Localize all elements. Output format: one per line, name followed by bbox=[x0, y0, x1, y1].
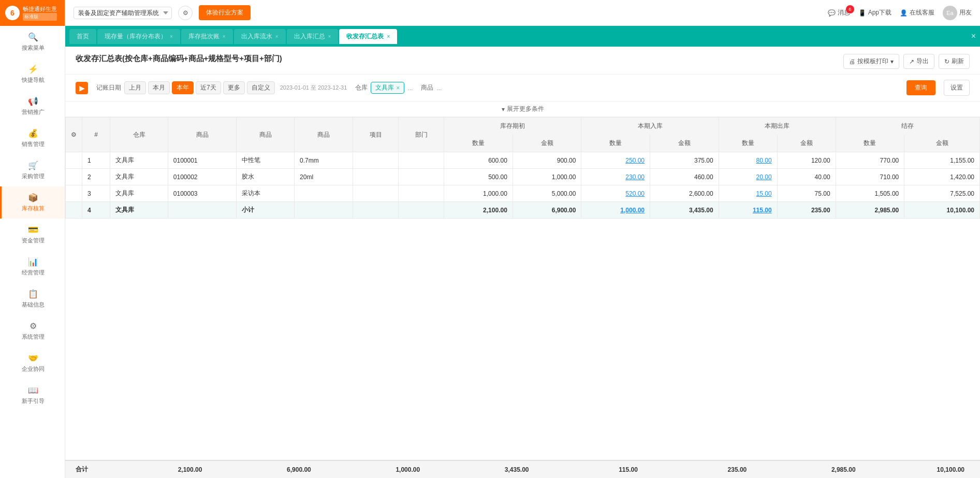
warehouse-tag-text: 文具库 bbox=[375, 83, 394, 92]
cell-project bbox=[353, 185, 399, 202]
avatar: Ea bbox=[943, 6, 957, 20]
tab-收发存汇总表[interactable]: 收发存汇总表× bbox=[339, 29, 397, 44]
experience-button[interactable]: 体验行业方案 bbox=[199, 5, 251, 20]
sidebar-item-资金管理[interactable]: 💳 资金管理 bbox=[0, 219, 65, 251]
col-bal-amt-header: 金额 bbox=[904, 135, 980, 152]
footer-in-amt: 3,435.00 bbox=[425, 466, 534, 473]
tab-出入库汇总[interactable]: 出入库汇总× bbox=[287, 29, 339, 44]
date-btn-上月[interactable]: 上月 bbox=[124, 81, 146, 94]
settings-icon[interactable]: ⚙ bbox=[178, 6, 193, 20]
logo-name: 畅捷通好生意 bbox=[23, 5, 57, 12]
cell-code: 0100002 bbox=[168, 169, 237, 185]
sidebar-icon: 📢 bbox=[28, 96, 38, 106]
date-btn-自定义[interactable]: 自定义 bbox=[247, 81, 275, 94]
warehouse-more-btn[interactable]: ... bbox=[407, 84, 413, 92]
date-btn-更多[interactable]: 更多 bbox=[223, 81, 245, 94]
cell-name: 胶水 bbox=[237, 169, 295, 185]
sidebar-item-基础信息[interactable]: 📋 基础信息 bbox=[0, 283, 65, 315]
tab-label: 库存批次账 bbox=[188, 32, 220, 41]
sidebar-item-快捷导航[interactable]: ⚡ 快捷导航 bbox=[0, 58, 65, 90]
message-action[interactable]: 💬 消息 6 bbox=[828, 8, 850, 17]
cell-code: 0100001 bbox=[168, 152, 237, 169]
app-download-action[interactable]: 📱 App下载 bbox=[858, 8, 891, 17]
sidebar-item-label: 销售管理 bbox=[22, 140, 45, 148]
sidebar-item-经营管理[interactable]: 📊 经营管理 bbox=[0, 251, 65, 283]
sidebar-item-搜索菜单[interactable]: 🔍 搜索菜单 bbox=[0, 26, 65, 58]
table-row: 2 文具库 0100002 胶水 20ml 500.00 1,000.00 23… bbox=[66, 169, 980, 185]
sidebar-item-label: 基础信息 bbox=[22, 301, 45, 309]
sidebar-item-库存核算[interactable]: 📦 库存核算 bbox=[0, 186, 65, 219]
footer-label: 合计 bbox=[76, 465, 88, 474]
filter-toggle-button[interactable]: ▶ bbox=[76, 82, 88, 94]
cell-code: 0100003 bbox=[168, 185, 237, 202]
footer-out-qty: 115.00 bbox=[534, 466, 643, 473]
sidebar-item-采购管理[interactable]: 🛒 采购管理 bbox=[0, 154, 65, 186]
tab-close-icon[interactable]: × bbox=[328, 34, 331, 39]
col-name-header: 商品 bbox=[237, 118, 295, 152]
cell-no-val: 4 bbox=[82, 202, 110, 219]
filter-settings-button[interactable]: 设置 bbox=[944, 80, 970, 96]
goods-filter-group: 商品 ... bbox=[421, 83, 442, 92]
col-code-header: 商品 bbox=[168, 118, 237, 152]
app-download-label: App下载 bbox=[868, 8, 891, 17]
expand-more-label: 展开更多条件 bbox=[507, 105, 544, 113]
tab-label: 出入库汇总 bbox=[294, 32, 325, 41]
tab-close-icon[interactable]: × bbox=[223, 34, 226, 39]
expand-more-button[interactable]: ▾ 展开更多条件 bbox=[502, 105, 544, 113]
table-row: 1 文具库 0100001 中性笔 0.7mm 600.00 900.00 25… bbox=[66, 152, 980, 169]
sidebar-item-企业协同[interactable]: 🤝 企业协同 bbox=[0, 347, 65, 379]
sidebar-item-label: 资金管理 bbox=[22, 237, 45, 244]
cell-open-amt: 900.00 bbox=[513, 152, 581, 169]
sidebar-item-营销推广[interactable]: 📢 营销推广 bbox=[0, 90, 65, 122]
sidebar-item-label: 搜索菜单 bbox=[22, 44, 45, 52]
cell-warehouse: 文具库 bbox=[110, 152, 168, 169]
user-action[interactable]: Ea 用友 bbox=[943, 6, 972, 20]
col-warehouse-header: 仓库 bbox=[110, 118, 168, 152]
cell-bal-qty: 2,985.00 bbox=[836, 202, 904, 219]
sidebar-item-label: 营销推广 bbox=[22, 108, 45, 116]
data-table-wrap: ⚙ # 仓库 商品 商品 商品 项目 部门 库存期初 本期入库 本期出库 结存 bbox=[65, 117, 980, 460]
online-service-action[interactable]: 👤 在线客服 bbox=[900, 8, 934, 17]
refresh-icon: ↻ bbox=[944, 58, 949, 65]
cell-bal-amt: 10,100.00 bbox=[904, 202, 980, 219]
print-button[interactable]: 🖨 按模板打印 ▾ bbox=[843, 54, 899, 69]
sidebar-item-系统管理[interactable]: ⚙ 系统管理 bbox=[0, 315, 65, 347]
footer-out-amt: 235.00 bbox=[643, 466, 752, 473]
sidebar-item-销售管理[interactable]: 💰 销售管理 bbox=[0, 122, 65, 154]
query-button[interactable]: 查询 bbox=[906, 80, 935, 95]
date-btn-近7天[interactable]: 近7天 bbox=[196, 81, 221, 94]
export-button[interactable]: ↗ 导出 bbox=[903, 54, 934, 69]
date-filter-label: 记账日期 bbox=[96, 83, 121, 92]
cell-in-qty: 230.00 bbox=[581, 169, 650, 185]
col-open-qty-header: 数量 bbox=[444, 135, 513, 152]
goods-more-btn[interactable]: ... bbox=[436, 84, 442, 92]
warehouse-tag[interactable]: 文具库 × bbox=[371, 82, 404, 94]
sidebar-item-label: 系统管理 bbox=[22, 333, 45, 341]
warehouse-filter-group: 仓库 文具库 × ... bbox=[355, 82, 413, 94]
main-content: 收发存汇总表(按仓库+商品编码+商品+规格型号+项目+部门) 🖨 按模板打印 ▾… bbox=[65, 47, 980, 478]
tab-首页[interactable]: 首页 bbox=[69, 29, 96, 44]
close-all-tabs-icon[interactable]: × bbox=[971, 32, 976, 41]
export-label: 导出 bbox=[916, 57, 929, 66]
tab-现存量（库存分布表）[interactable]: 现存量（库存分布表）× bbox=[97, 29, 180, 44]
message-badge: 6 bbox=[846, 5, 854, 13]
cell-code bbox=[168, 202, 237, 219]
tab-close-icon[interactable]: × bbox=[275, 34, 279, 39]
cell-project bbox=[353, 152, 399, 169]
tab-库存批次账[interactable]: 库存批次账× bbox=[181, 29, 233, 44]
logo-badge: 标准版 bbox=[23, 13, 57, 21]
system-select[interactable]: 装备及固定资产辅助管理系统 bbox=[74, 7, 172, 19]
sidebar-item-新手引导[interactable]: 📖 新手引导 bbox=[0, 379, 65, 411]
cell-out-amt: 235.00 bbox=[777, 202, 836, 219]
warehouse-tag-close-icon[interactable]: × bbox=[396, 84, 400, 92]
cell-bal-qty: 710.00 bbox=[836, 169, 904, 185]
tab-label: 出入库流水 bbox=[241, 32, 272, 41]
date-btn-本年[interactable]: 本年 bbox=[172, 81, 194, 94]
tab-close-icon[interactable]: × bbox=[387, 34, 390, 39]
refresh-button[interactable]: ↻ 刷新 bbox=[939, 54, 970, 69]
tab-close-icon[interactable]: × bbox=[170, 34, 173, 39]
footer-values: 2,100.00 6,900.00 1,000.00 3,435.00 115.… bbox=[98, 466, 970, 473]
tab-出入库流水[interactable]: 出入库流水× bbox=[234, 29, 286, 44]
date-btn-本月[interactable]: 本月 bbox=[148, 81, 170, 94]
col-settings-header[interactable]: ⚙ bbox=[66, 118, 82, 152]
